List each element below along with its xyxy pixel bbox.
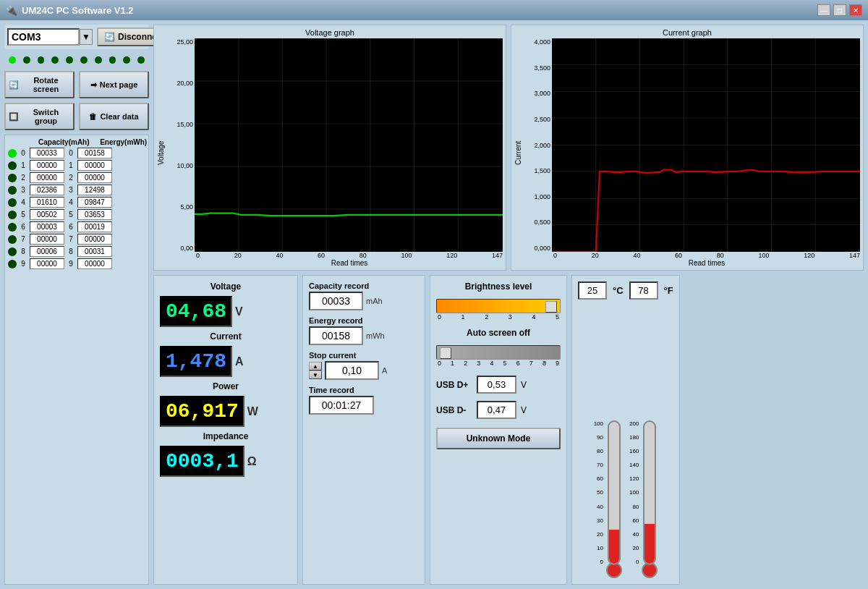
- energy-input-5[interactable]: [77, 209, 112, 220]
- brightness-title: Brightness level: [436, 281, 561, 292]
- row-dot-1: [8, 161, 17, 170]
- measurements-panel: Voltage 04,68 V Current 1,478 A Power 06…: [153, 275, 298, 585]
- rotate-screen-button[interactable]: 🔄 Rotate screen: [4, 71, 75, 98]
- clear-data-button[interactable]: 🗑 Clear data: [79, 103, 149, 130]
- time-record-field[interactable]: [309, 396, 374, 415]
- minimize-button[interactable]: —: [817, 4, 830, 16]
- fahrenheit-field[interactable]: [629, 281, 658, 300]
- celsius-tube: [608, 420, 621, 565]
- right-panel: Voltage graph Voltage 25,00 20,00 15,00 …: [153, 25, 864, 585]
- energy-input-2[interactable]: [77, 172, 112, 183]
- energy-record-row: mWh: [309, 326, 419, 345]
- energy-input-3[interactable]: [77, 185, 112, 195]
- capacity-input-7[interactable]: [30, 234, 64, 245]
- energy-input-9[interactable]: [77, 258, 112, 269]
- table-row: 4 4: [8, 197, 145, 208]
- auto-screen-slider-thumb[interactable]: [440, 347, 451, 359]
- energy-input-6[interactable]: [77, 221, 112, 232]
- app-icon: 🔌: [6, 5, 17, 16]
- unknown-mode-button[interactable]: Unknown Mode: [436, 428, 561, 449]
- fahrenheit-fill: [644, 524, 655, 564]
- maximize-button[interactable]: □: [833, 4, 846, 16]
- current-unit: A: [235, 355, 244, 368]
- graphs-row: Voltage graph Voltage 25,00 20,00 15,00 …: [153, 25, 864, 271]
- stop-current-up[interactable]: ▲: [309, 362, 322, 370]
- power-display: 06,917: [160, 396, 244, 427]
- current-graph-svg: [552, 38, 860, 252]
- status-dot-4: [66, 56, 73, 64]
- status-dot-7: [109, 56, 116, 64]
- status-dot-5: [80, 56, 88, 64]
- brightness-slider-thumb[interactable]: [545, 301, 557, 313]
- capacity-input-6[interactable]: [30, 221, 64, 232]
- next-page-button[interactable]: ➡ Next page: [79, 71, 149, 98]
- voltage-y-label: Voltage: [157, 38, 167, 267]
- power-unit: W: [247, 405, 258, 418]
- energy-input-0[interactable]: [77, 148, 112, 158]
- impedance-unit: Ω: [247, 455, 257, 468]
- table-row: 7 7: [8, 234, 145, 245]
- stop-current-down[interactable]: ▼: [309, 370, 322, 379]
- capacity-input-5[interactable]: [30, 209, 64, 220]
- usb-dplus-row: USB D+ V: [436, 376, 561, 394]
- impedance-display: 0003,1: [160, 446, 244, 477]
- usb-dminus-field[interactable]: [477, 401, 516, 419]
- status-dot-9: [137, 56, 145, 64]
- brightness-slider-track[interactable]: [436, 299, 561, 313]
- fahrenheit-scale: 200 180 160 140 120 100 80 60 40 20 0: [629, 420, 640, 565]
- com-port-dropdown[interactable]: ▼: [80, 29, 93, 45]
- capacity-input-1[interactable]: [30, 160, 64, 171]
- current-row: 1,478 A: [160, 346, 292, 377]
- voltage-graph-area: Voltage 25,00 20,00 15,00 10,00 5,00 0,0…: [157, 38, 503, 267]
- capacity-record-section: Capacity record mAh: [309, 281, 419, 310]
- capacity-record-unit: mAh: [366, 297, 383, 305]
- voltage-display: 04,68: [160, 296, 232, 327]
- power-row: 06,917 W: [160, 396, 292, 427]
- usb-dplus-field[interactable]: [477, 376, 516, 394]
- capacity-record-field[interactable]: [309, 292, 363, 310]
- capacity-record-label: Capacity record: [309, 281, 419, 290]
- capacity-record-row: mAh: [309, 292, 419, 310]
- stop-current-row: ▲ ▼ A: [309, 361, 419, 380]
- row-dot-3: [8, 186, 17, 195]
- status-dot-1: [23, 56, 30, 64]
- switch-group-button[interactable]: 🔲 Switch group: [4, 103, 75, 130]
- rotate-icon: 🔄: [9, 80, 19, 90]
- energy-input-8[interactable]: [77, 246, 112, 257]
- stop-current-unit: A: [382, 366, 387, 375]
- energy-input-1[interactable]: [77, 160, 112, 171]
- usb-dminus-label: USB D-: [436, 405, 472, 415]
- current-x-ticks: 0 20 40 60 80 100 120 147: [553, 252, 860, 259]
- energy-input-4[interactable]: [77, 197, 112, 208]
- next-icon: ➡: [90, 80, 97, 90]
- capacity-input-4[interactable]: [30, 197, 64, 208]
- current-graph-title: Current graph: [514, 28, 860, 37]
- title-bar-controls: — □ ✕: [817, 4, 862, 16]
- stop-current-spinners: ▲ ▼: [309, 362, 322, 379]
- celsius-field[interactable]: [578, 281, 607, 300]
- celsius-scale: 100 90 80 70 60 50 40 30 20 10 0: [594, 420, 605, 565]
- capacity-input-0[interactable]: [30, 148, 64, 158]
- capacity-input-9[interactable]: [30, 258, 64, 269]
- close-button[interactable]: ✕: [849, 4, 862, 16]
- capacity-input-2[interactable]: [30, 172, 64, 183]
- energy-record-field[interactable]: [309, 326, 363, 345]
- auto-screen-slider-track[interactable]: [436, 345, 561, 360]
- stop-current-field[interactable]: [325, 361, 379, 380]
- status-dots-row: [4, 54, 149, 67]
- brightness-panel: Brightness level 0 1 2 3 4 5 Auto screen…: [430, 275, 567, 585]
- impedance-row: 0003,1 Ω: [160, 446, 292, 477]
- row-dot-8: [8, 247, 17, 256]
- capacity-input-3[interactable]: [30, 185, 64, 195]
- com-port-display: COM3: [7, 28, 80, 46]
- row-dot-5: [8, 211, 17, 219]
- auto-screen-slider-container: 0 1 2 3 4 5 6 7 8 9: [436, 345, 561, 367]
- celsius-thermometer: 100 90 80 70 60 50 40 30 20 10 0: [594, 420, 622, 578]
- data-table: Capacity(mAh) Energy(mWh) 0 0 1 1: [4, 135, 149, 585]
- energy-input-7[interactable]: [77, 234, 112, 245]
- capacity-input-8[interactable]: [30, 246, 64, 257]
- table-row: 5 5: [8, 209, 145, 220]
- current-graph-inner: [552, 38, 860, 252]
- bottom-row: Voltage 04,68 V Current 1,478 A Power 06…: [153, 275, 864, 585]
- table-row: 0 0: [8, 148, 145, 158]
